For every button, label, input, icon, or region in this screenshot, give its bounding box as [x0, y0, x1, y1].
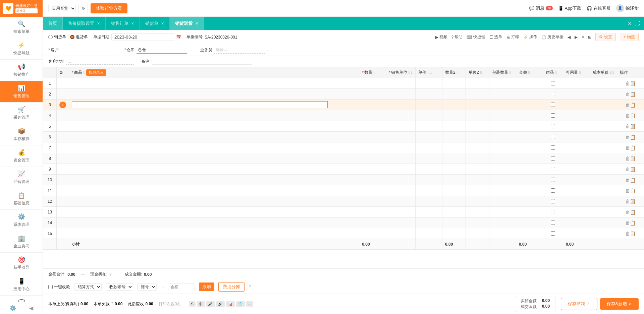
- row-pack[interactable]: [489, 164, 516, 175]
- delete-row-btn[interactable]: 🗑: [625, 156, 630, 161]
- row-pack[interactable]: [489, 89, 516, 100]
- bottom-icon-chart[interactable]: 📊: [226, 301, 235, 307]
- row-amount[interactable]: [516, 185, 543, 196]
- row-price[interactable]: [416, 110, 442, 121]
- delete-row-btn[interactable]: 🗑: [625, 231, 630, 236]
- tab-home[interactable]: 首页: [43, 17, 63, 30]
- row-gift[interactable]: [543, 78, 563, 89]
- row-unit[interactable]: [386, 175, 416, 185]
- sidebar-item-enterprise[interactable]: 🏢 企业协同: [0, 231, 43, 253]
- row-unit2[interactable]: [466, 100, 489, 110]
- copy-row-btn[interactable]: 📋: [630, 124, 636, 129]
- row-qty2[interactable]: [442, 228, 466, 239]
- row-pack[interactable]: [489, 228, 516, 239]
- row-goods[interactable]: [69, 153, 359, 164]
- grid-view-btn[interactable]: ⊞: [588, 35, 591, 40]
- row-amount[interactable]: [516, 78, 543, 89]
- bottom-icon-s[interactable]: S: [189, 301, 195, 307]
- tab-sales-return-close[interactable]: ✕: [195, 21, 198, 26]
- delete-row-btn[interactable]: 🗑: [625, 167, 630, 172]
- scan-btn[interactable]: 扫码录入: [86, 69, 106, 76]
- row-qty2[interactable]: [442, 164, 466, 175]
- expense-help-icon[interactable]: ?: [249, 285, 251, 289]
- tab-fullscreen-btn[interactable]: ⛶: [635, 20, 640, 26]
- gift-checkbox[interactable]: [551, 156, 555, 161]
- customer-dots[interactable]: ...: [113, 48, 116, 52]
- row-available[interactable]: [563, 196, 590, 207]
- single-arrears-help[interactable]: ?: [111, 302, 113, 306]
- row-unit[interactable]: [386, 196, 416, 207]
- tab-sales-order-close[interactable]: ✕: [131, 21, 134, 26]
- next-btn[interactable]: ▶: [575, 35, 578, 40]
- row-qty[interactable]: [359, 142, 386, 153]
- row-qty2[interactable]: [442, 142, 466, 153]
- add-row-btn[interactable]: +: [59, 102, 66, 108]
- row-unit2[interactable]: [466, 89, 489, 100]
- row-available[interactable]: [563, 153, 590, 164]
- row-unit[interactable]: [386, 228, 416, 239]
- avail-sort-icon[interactable]: ⇅: [579, 71, 581, 74]
- row-qty[interactable]: [359, 228, 386, 239]
- user-profile-btn[interactable]: 👤 徐泽华: [616, 4, 639, 12]
- row-unit2[interactable]: [466, 185, 489, 196]
- row-gift[interactable]: [543, 228, 563, 239]
- sidebar-item-system[interactable]: ⚙️ 系统管理: [0, 210, 43, 231]
- row-price[interactable]: [416, 121, 442, 132]
- row-price[interactable]: [416, 142, 442, 153]
- bottom-icon-mic[interactable]: 🎤: [206, 301, 215, 307]
- row-available[interactable]: [563, 207, 590, 217]
- delete-row-btn[interactable]: 🗑: [625, 134, 630, 140]
- qty2-sort-icon[interactable]: ⇅: [456, 71, 459, 74]
- qty-sort-icon[interactable]: ⇅: [373, 71, 376, 74]
- expense-split-btn[interactable]: 费用分摊: [218, 282, 245, 292]
- delete-row-btn[interactable]: 🗑: [625, 81, 630, 86]
- row-goods[interactable]: [69, 78, 359, 89]
- row-unit[interactable]: [386, 78, 416, 89]
- row-amount[interactable]: [516, 110, 543, 121]
- shortcut-btn[interactable]: ⌨ 快捷键: [467, 34, 485, 40]
- delete-row-btn[interactable]: 🗑: [625, 199, 630, 204]
- calendar-icon[interactable]: 📅: [176, 35, 181, 40]
- row-qty[interactable]: [359, 121, 386, 132]
- row-qty[interactable]: [359, 207, 386, 217]
- row-amount[interactable]: [516, 207, 543, 217]
- row-qty2[interactable]: [442, 100, 466, 110]
- gift-checkbox[interactable]: [551, 103, 555, 107]
- message-btn[interactable]: 💬 消息 70: [529, 5, 553, 11]
- add-payment-btn[interactable]: 添加: [199, 282, 214, 291]
- row-unit[interactable]: [386, 121, 416, 132]
- row-amount[interactable]: [516, 89, 543, 100]
- col-settings-icon[interactable]: ⚙: [59, 70, 63, 75]
- row-available[interactable]: [563, 185, 590, 196]
- row-pack[interactable]: [489, 132, 516, 142]
- header-settings-btn[interactable]: ⚙: [78, 4, 88, 13]
- radio-return-input[interactable]: [70, 35, 74, 39]
- row-amount[interactable]: [516, 217, 543, 228]
- tab-sales-return[interactable]: 销货退货 ✕: [170, 17, 204, 30]
- row-unit2[interactable]: [466, 175, 489, 185]
- row-amount[interactable]: [516, 228, 543, 239]
- tab-sales-bill-close[interactable]: ✕: [161, 21, 164, 26]
- copy-row-btn[interactable]: 📋: [630, 81, 636, 86]
- copy-row-btn[interactable]: 📋: [630, 220, 636, 226]
- row-pack[interactable]: [489, 153, 516, 164]
- row-goods[interactable]: [69, 196, 359, 207]
- row-price[interactable]: [416, 153, 442, 164]
- copy-row-btn[interactable]: 📋: [630, 167, 636, 172]
- industry-select[interactable]: 日用百货: [48, 5, 76, 12]
- row-unit2[interactable]: [466, 196, 489, 207]
- help-icon-footer[interactable]: ?: [109, 272, 112, 277]
- row-unit2[interactable]: [466, 121, 489, 132]
- gift-checkbox[interactable]: [551, 81, 555, 85]
- row-amount[interactable]: [516, 121, 543, 132]
- bottom-icon-dots[interactable]: ···: [246, 301, 253, 307]
- row-gift[interactable]: [543, 100, 563, 110]
- gift-checkbox[interactable]: [551, 145, 555, 150]
- row-unit[interactable]: [386, 153, 416, 164]
- row-goods[interactable]: [69, 217, 359, 228]
- row-available[interactable]: [563, 132, 590, 142]
- sidebar-item-shortcut[interactable]: ⚡ 快捷导航: [0, 38, 43, 60]
- row-unit[interactable]: [386, 110, 416, 121]
- cost-info-icon[interactable]: ℹ: [609, 71, 611, 74]
- row-available[interactable]: [563, 121, 590, 132]
